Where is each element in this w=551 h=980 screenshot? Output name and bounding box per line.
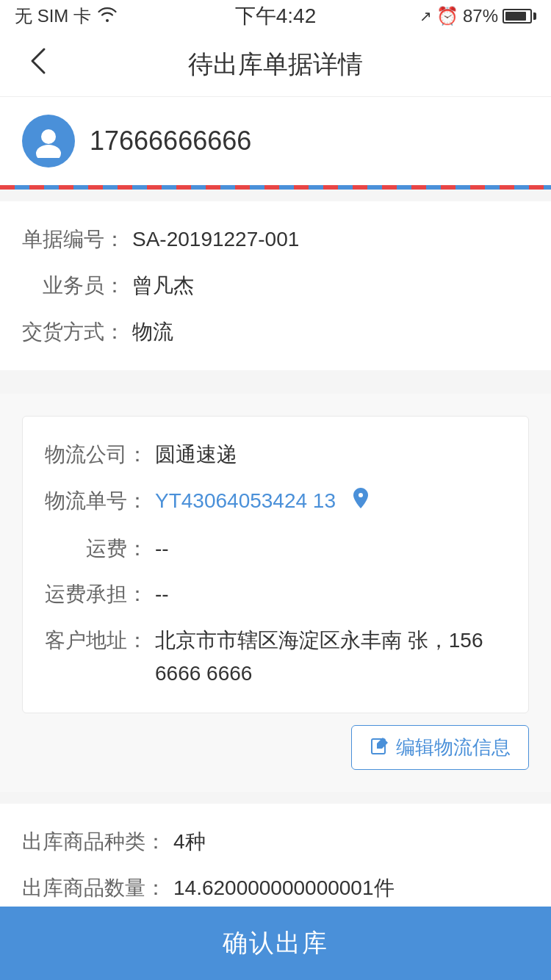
carrier-label: 无 SIM 卡 — [15, 4, 91, 28]
goods-quantity-value: 14.620000000000001件 — [173, 872, 529, 905]
goods-quantity-label: 出库商品数量： — [22, 872, 166, 905]
freight-bearer-value: -- — [155, 578, 506, 611]
confirm-btn-label: 确认出库 — [223, 926, 328, 960]
order-number-row: 单据编号： SA-20191227-001 — [22, 223, 529, 256]
avatar — [22, 115, 75, 167]
location-pin-icon[interactable] — [349, 486, 372, 519]
wifi-icon — [97, 6, 118, 26]
edit-icon — [370, 737, 390, 757]
salesman-value: 曾凡杰 — [132, 270, 529, 303]
logistics-section: 物流公司： 圆通速递 物流单号： YT43064053424 13 — [0, 394, 551, 791]
tracking-label: 物流单号： — [45, 485, 148, 518]
nav-bar: 待出库单据详情 — [0, 32, 551, 97]
edit-btn-label: 编辑物流信息 — [396, 735, 511, 760]
customer-header: 17666666666 — [0, 97, 551, 185]
edit-logistics-button[interactable]: 编辑物流信息 — [351, 725, 529, 770]
status-bar: 无 SIM 卡 下午4:42 ↗ ⏰ 87% — [0, 0, 551, 32]
goods-types-row: 出库商品种类： 4种 — [22, 826, 529, 859]
freight-value: -- — [155, 533, 506, 566]
battery-percent: 87% — [463, 6, 498, 26]
freight-label: 运费： — [45, 533, 148, 566]
order-info-section: 单据编号： SA-20191227-001 业务员： 曾凡杰 交货方式： 物流 — [0, 201, 551, 370]
goods-quantity-row: 出库商品数量： 14.620000000000001件 — [22, 872, 529, 905]
address-row: 客户地址： 北京市市辖区海淀区永丰南 张，156 6666 6666 — [45, 624, 506, 691]
page-title: 待出库单据详情 — [188, 48, 363, 82]
gray-separator-2 — [0, 792, 551, 804]
status-right: ↗ ⏰ 87% — [419, 6, 536, 26]
tracking-number: YT43064053424 13 — [155, 489, 336, 512]
dashed-divider — [0, 185, 551, 190]
location-arrow-icon: ↗ — [419, 7, 432, 25]
logistics-company-value: 圆通速递 — [155, 439, 506, 472]
tracking-row: 物流单号： YT43064053424 13 — [45, 485, 506, 519]
status-time: 下午4:42 — [235, 2, 317, 30]
goods-types-value: 4种 — [173, 826, 529, 859]
salesman-row: 业务员： 曾凡杰 — [22, 270, 529, 303]
battery-icon — [503, 9, 536, 24]
edit-btn-wrap: 编辑物流信息 — [22, 725, 529, 770]
logistics-company-label: 物流公司： — [45, 439, 148, 472]
logistics-company-row: 物流公司： 圆通速递 — [45, 439, 506, 472]
order-number-label: 单据编号： — [22, 223, 125, 256]
alarm-icon: ⏰ — [436, 6, 458, 26]
confirm-button[interactable]: 确认出库 — [0, 907, 551, 980]
address-value: 北京市市辖区海淀区永丰南 张，156 6666 6666 — [155, 624, 506, 691]
address-label: 客户地址： — [45, 624, 148, 657]
freight-bearer-label: 运费承担： — [45, 578, 148, 611]
customer-phone: 17666666666 — [90, 126, 251, 156]
goods-types-label: 出库商品种类： — [22, 826, 166, 859]
svg-point-0 — [41, 129, 56, 144]
svg-point-3 — [359, 493, 363, 497]
delivery-method-label: 交货方式： — [22, 316, 125, 349]
freight-bearer-row: 运费承担： -- — [45, 578, 506, 611]
status-left: 无 SIM 卡 — [15, 4, 118, 28]
gray-separator-1 — [0, 382, 551, 394]
delivery-method-row: 交货方式： 物流 — [22, 316, 529, 349]
back-button[interactable] — [22, 39, 54, 90]
order-number-value: SA-20191227-001 — [132, 223, 529, 256]
page-content: 17666666666 单据编号： SA-20191227-001 业务员： 曾… — [0, 97, 551, 980]
freight-row: 运费： -- — [45, 533, 506, 566]
delivery-method-value: 物流 — [132, 316, 529, 349]
salesman-label: 业务员： — [22, 270, 125, 303]
svg-point-1 — [36, 145, 61, 158]
tracking-value: YT43064053424 13 — [155, 485, 506, 519]
